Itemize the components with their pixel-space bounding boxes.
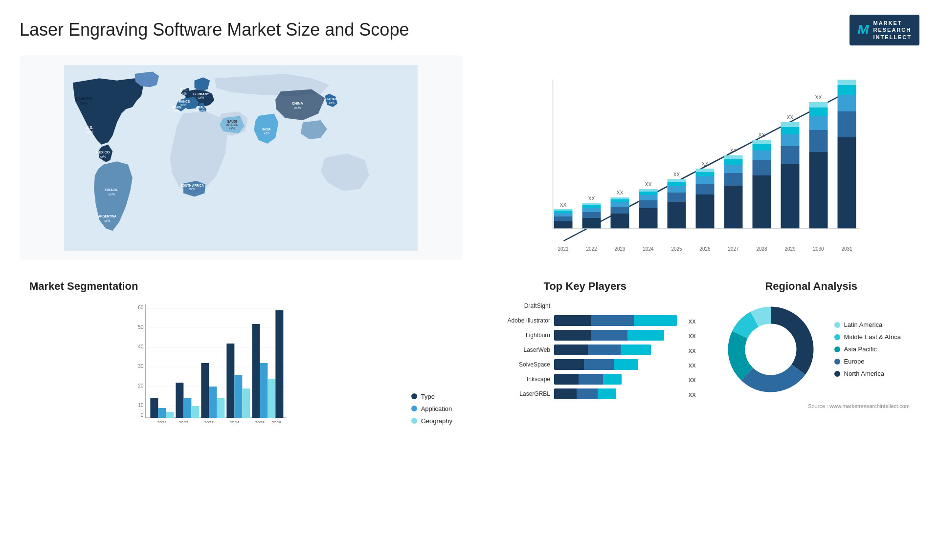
svg-text:XX: XX — [730, 148, 737, 153]
svg-rect-43 — [582, 208, 601, 212]
main-content: CANADA xx% U.S. xx% MEXICO xx% BRAZIL xx… — [20, 55, 919, 430]
logo: M MARKET RESEARCH INTELLECT — [850, 15, 919, 45]
svg-rect-70 — [696, 184, 715, 194]
legend-geo-label: Geography — [421, 417, 452, 425]
svg-rect-63 — [668, 193, 686, 202]
svg-rect-62 — [668, 202, 686, 229]
segmentation-title: Market Segmentation — [29, 280, 452, 293]
latin-america-dot — [834, 322, 840, 328]
svg-text:xx%: xx% — [108, 192, 115, 196]
legend-europe: Europe — [834, 358, 901, 365]
svg-rect-100 — [809, 108, 828, 116]
svg-text:2022: 2022 — [586, 246, 597, 252]
player-lightburn: Lightburn XX — [487, 330, 684, 341]
segmentation-chart: 60 50 40 30 20 10 0 — [29, 301, 452, 425]
svg-rect-84 — [753, 160, 771, 175]
legend-app-label: Application — [421, 405, 452, 412]
svg-rect-64 — [668, 186, 686, 193]
svg-text:XX: XX — [759, 132, 765, 138]
svg-text:2023: 2023 — [614, 246, 626, 252]
svg-text:GERMANY: GERMANY — [193, 92, 209, 95]
svg-text:50: 50 — [138, 324, 144, 330]
logo-line3: INTELLECT — [873, 34, 912, 41]
svg-text:XX: XX — [617, 190, 624, 195]
player-name-lasergrbl: LaserGRBL — [487, 390, 550, 397]
europe-label: Europe — [844, 358, 865, 365]
svg-rect-97 — [809, 152, 828, 229]
svg-rect-49 — [611, 207, 629, 214]
svg-text:XX: XX — [787, 115, 794, 120]
player-laserweb: LaserWeb XX — [487, 345, 684, 355]
svg-text:xx%: xx% — [198, 96, 204, 99]
svg-text:2025: 2025 — [255, 420, 265, 423]
middle-east-label: Middle East & Africa — [844, 333, 901, 341]
svg-text:xx%: xx% — [264, 131, 269, 135]
svg-rect-59 — [639, 189, 658, 192]
svg-rect-93 — [781, 127, 800, 134]
svg-text:2026: 2026 — [271, 420, 281, 423]
player-name-draftsight: DraftSight — [487, 302, 550, 309]
svg-text:xx%: xx% — [80, 101, 88, 106]
svg-text:ITALY: ITALY — [198, 106, 206, 109]
svg-rect-98 — [809, 130, 828, 152]
svg-rect-87 — [753, 140, 771, 144]
svg-text:2025: 2025 — [671, 246, 682, 252]
svg-text:SAUDI: SAUDI — [227, 120, 237, 123]
svg-rect-79 — [724, 159, 743, 165]
player-bar-laserweb: XX — [554, 345, 684, 355]
svg-rect-133 — [183, 398, 191, 418]
svg-rect-83 — [753, 175, 771, 229]
svg-rect-42 — [582, 212, 601, 218]
svg-text:JAPAN: JAPAN — [326, 97, 336, 101]
svg-rect-145 — [260, 363, 268, 418]
svg-text:30: 30 — [138, 364, 144, 369]
svg-text:FRANCE: FRANCE — [177, 100, 190, 103]
segmentation-section: Market Segmentation 60 50 40 30 20 10 0 — [20, 275, 462, 430]
svg-text:10: 10 — [138, 403, 144, 408]
players-list: DraftSight Adobe Illustrator XX — [487, 301, 684, 399]
svg-text:2026: 2026 — [699, 246, 711, 252]
svg-rect-51 — [611, 199, 629, 202]
svg-rect-35 — [554, 216, 573, 221]
svg-text:SPAIN: SPAIN — [172, 106, 181, 109]
svg-rect-38 — [554, 209, 573, 211]
svg-rect-45 — [582, 203, 601, 205]
north-america-label: North America — [844, 370, 884, 377]
svg-rect-130 — [166, 412, 174, 418]
svg-rect-78 — [724, 165, 743, 173]
svg-rect-76 — [724, 186, 743, 229]
page-title: Laser Engraving Software Market Size and… — [20, 20, 409, 40]
legend-middle-east: Middle East & Africa — [834, 333, 901, 341]
svg-rect-69 — [696, 194, 715, 229]
svg-rect-137 — [209, 387, 217, 418]
svg-text:BRAZIL: BRAZIL — [105, 188, 118, 192]
svg-rect-144 — [252, 324, 260, 418]
player-bar-adobe: XX — [554, 315, 684, 326]
seg-legend: Type Application Geography — [411, 393, 452, 425]
svg-rect-129 — [158, 408, 166, 418]
svg-text:20: 20 — [138, 383, 144, 388]
svg-rect-140 — [226, 344, 234, 418]
player-name-inkscape: Inkscape — [487, 376, 550, 383]
svg-text:2024: 2024 — [643, 246, 654, 252]
asia-pacific-dot — [834, 346, 840, 352]
svg-rect-48 — [611, 214, 629, 229]
source-text: Source : www.marketresearchintellect.com — [713, 403, 910, 409]
growth-chart-section: XX 2021 XX 2022 XX — [477, 55, 919, 260]
svg-rect-142 — [242, 388, 250, 418]
legend-application: Application — [411, 405, 452, 412]
svg-rect-104 — [838, 137, 856, 229]
svg-text:XX: XX — [702, 161, 709, 167]
svg-text:2030: 2030 — [813, 246, 824, 252]
regional-legend: Latin America Middle East & Africa Asia … — [834, 321, 901, 377]
svg-rect-105 — [838, 111, 856, 137]
svg-rect-86 — [753, 144, 771, 151]
player-name-solvespace: SolveSpace — [487, 361, 550, 368]
svg-text:xx%: xx% — [294, 105, 301, 109]
svg-point-155 — [746, 325, 795, 374]
svg-rect-57 — [639, 195, 658, 200]
svg-text:INDIA: INDIA — [262, 128, 271, 131]
asia-pacific-label: Asia Pacific — [844, 345, 877, 353]
svg-text:XX: XX — [815, 95, 822, 100]
svg-text:xx%: xx% — [174, 109, 179, 112]
